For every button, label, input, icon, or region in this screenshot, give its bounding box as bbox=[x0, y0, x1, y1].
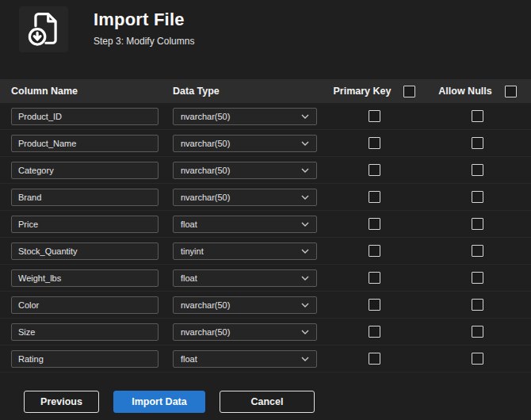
data-type-selected-value: float bbox=[181, 354, 197, 364]
primary-key-cell bbox=[325, 164, 424, 176]
column-name-input[interactable] bbox=[11, 350, 159, 368]
allow-nulls-checkbox[interactable] bbox=[472, 110, 483, 122]
data-type-selected-value: tinyint bbox=[181, 246, 204, 256]
import-data-button[interactable]: Import Data bbox=[113, 391, 205, 413]
allow-nulls-checkbox[interactable] bbox=[472, 353, 483, 365]
allow-nulls-checkbox[interactable] bbox=[472, 326, 483, 338]
table-row: nvarchar(50) bbox=[0, 292, 531, 319]
data-type-select[interactable]: tinyint bbox=[173, 242, 317, 260]
primary-key-cell bbox=[325, 191, 424, 203]
column-name-input[interactable] bbox=[11, 135, 159, 152]
column-name-input[interactable] bbox=[11, 323, 159, 341]
column-name-input[interactable] bbox=[11, 216, 159, 233]
cancel-button[interactable]: Cancel bbox=[220, 391, 315, 413]
table-row: nvarchar(50) bbox=[0, 319, 531, 346]
allow-nulls-cell bbox=[424, 191, 531, 203]
allow-nulls-header-label: Allow Nulls bbox=[438, 86, 491, 97]
table-row: tinyint bbox=[0, 238, 531, 265]
data-type-select[interactable]: nvarchar(50) bbox=[173, 323, 317, 341]
chevron-down-icon bbox=[301, 357, 309, 361]
primary-key-checkbox[interactable] bbox=[369, 110, 380, 122]
allow-nulls-cell bbox=[424, 353, 531, 365]
primary-key-cell bbox=[325, 245, 424, 257]
table-row: nvarchar(50) bbox=[0, 184, 531, 211]
chevron-down-icon bbox=[301, 303, 309, 307]
table-row: nvarchar(50) bbox=[0, 157, 531, 184]
column-name-input[interactable] bbox=[11, 189, 159, 206]
primary-key-checkbox[interactable] bbox=[369, 326, 380, 338]
data-type-select[interactable]: nvarchar(50) bbox=[173, 296, 317, 314]
allow-nulls-cell bbox=[424, 299, 531, 311]
data-type-select[interactable]: nvarchar(50) bbox=[173, 108, 317, 125]
allow-nulls-checkbox[interactable] bbox=[472, 137, 483, 149]
data-type-select[interactable]: float bbox=[173, 269, 317, 287]
primary-key-select-all-checkbox[interactable] bbox=[403, 86, 415, 97]
data-type-selected-value: nvarchar(50) bbox=[181, 193, 230, 202]
table-body: nvarchar(50) nvarchar(50) bbox=[0, 103, 531, 372]
primary-key-checkbox[interactable] bbox=[369, 191, 380, 203]
primary-key-checkbox[interactable] bbox=[369, 245, 380, 257]
column-name-cell bbox=[0, 189, 162, 206]
primary-key-checkbox[interactable] bbox=[369, 299, 380, 311]
column-name-cell bbox=[0, 108, 162, 125]
allow-nulls-cell bbox=[424, 272, 531, 284]
primary-key-checkbox[interactable] bbox=[369, 353, 380, 365]
allow-nulls-cell bbox=[424, 326, 531, 338]
table-row: float bbox=[0, 265, 531, 292]
column-name-cell bbox=[0, 323, 162, 341]
page-subtitle: Step 3: Modify Columns bbox=[94, 36, 194, 47]
chevron-down-icon bbox=[301, 168, 309, 173]
column-name-input[interactable] bbox=[11, 242, 159, 260]
allow-nulls-cell bbox=[424, 110, 531, 122]
column-name-input[interactable] bbox=[11, 162, 159, 179]
column-name-cell bbox=[0, 296, 162, 314]
column-name-cell bbox=[0, 135, 162, 152]
data-type-selected-value: nvarchar(50) bbox=[181, 327, 230, 337]
data-type-cell: nvarchar(50) bbox=[162, 162, 325, 179]
allow-nulls-checkbox[interactable] bbox=[472, 245, 483, 257]
previous-button[interactable]: Previous bbox=[24, 391, 99, 413]
page-header: Import File Step 3: Modify Columns bbox=[0, 0, 531, 79]
data-type-cell: float bbox=[162, 350, 325, 368]
data-type-select[interactable]: nvarchar(50) bbox=[173, 162, 317, 179]
column-name-input[interactable] bbox=[11, 296, 159, 314]
data-type-selected-value: nvarchar(50) bbox=[181, 112, 230, 121]
table-row: float bbox=[0, 211, 531, 238]
allow-nulls-select-all-checkbox[interactable] bbox=[505, 86, 517, 97]
primary-key-cell bbox=[325, 110, 424, 122]
data-type-cell: nvarchar(50) bbox=[162, 108, 325, 125]
primary-key-checkbox[interactable] bbox=[369, 164, 380, 176]
allow-nulls-cell bbox=[424, 245, 531, 257]
data-type-cell: nvarchar(50) bbox=[162, 135, 325, 152]
allow-nulls-checkbox[interactable] bbox=[472, 164, 483, 176]
chevron-down-icon bbox=[301, 141, 309, 146]
allow-nulls-checkbox[interactable] bbox=[472, 299, 483, 311]
data-type-selected-value: nvarchar(50) bbox=[181, 139, 230, 148]
column-name-header: Column Name bbox=[0, 86, 162, 97]
primary-key-cell bbox=[325, 299, 424, 311]
column-name-input[interactable] bbox=[11, 108, 159, 125]
title-block: Import File Step 3: Modify Columns bbox=[94, 6, 194, 47]
data-type-select[interactable]: nvarchar(50) bbox=[173, 189, 317, 206]
primary-key-checkbox[interactable] bbox=[369, 218, 380, 230]
allow-nulls-checkbox[interactable] bbox=[472, 218, 483, 230]
import-file-icon bbox=[19, 6, 68, 52]
allow-nulls-checkbox[interactable] bbox=[472, 272, 483, 284]
data-type-select[interactable]: nvarchar(50) bbox=[173, 135, 317, 152]
data-type-select[interactable]: float bbox=[173, 350, 317, 368]
data-type-select[interactable]: float bbox=[173, 216, 317, 233]
primary-key-checkbox[interactable] bbox=[369, 137, 380, 149]
primary-key-cell bbox=[325, 272, 424, 284]
data-type-cell: nvarchar(50) bbox=[162, 296, 325, 314]
page-title: Import File bbox=[94, 10, 194, 30]
primary-key-cell bbox=[325, 218, 424, 230]
allow-nulls-checkbox[interactable] bbox=[472, 191, 483, 203]
chevron-down-icon bbox=[301, 249, 309, 254]
column-name-cell bbox=[0, 162, 162, 179]
data-type-header: Data Type bbox=[162, 86, 325, 97]
primary-key-checkbox[interactable] bbox=[369, 272, 380, 284]
column-name-input[interactable] bbox=[11, 269, 159, 287]
data-type-cell: float bbox=[162, 269, 325, 287]
table-row: nvarchar(50) bbox=[0, 130, 531, 157]
allow-nulls-cell bbox=[424, 164, 531, 176]
